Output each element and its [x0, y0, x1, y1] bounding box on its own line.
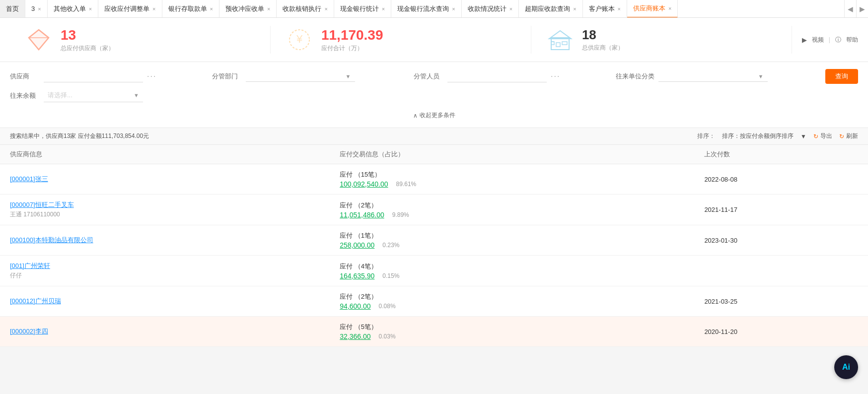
- supplier-input[interactable]: [44, 70, 143, 82]
- close-icon[interactable]: ×: [573, 6, 576, 12]
- th-payable-info: 应付交易信息（占比）: [330, 145, 694, 164]
- nav-tab-adjust[interactable]: 应收应付调整单 ×: [98, 0, 162, 18]
- nav-left-arrow[interactable]: ◀: [844, 0, 856, 18]
- nav-tab-collection-label: 收款核销执行: [283, 4, 321, 13]
- sort-select[interactable]: 排序：按应付余额倒序排序: [722, 132, 794, 140]
- collapse-label: 收起更多条件: [420, 111, 455, 120]
- supplier-link-2[interactable]: [000007]恒旺二手叉车: [10, 200, 320, 209]
- close-icon[interactable]: ×: [210, 6, 213, 12]
- nav-tab-3[interactable]: 3 ×: [25, 0, 48, 18]
- filter-category: 往来单位分类 ▼: [616, 71, 818, 82]
- sort-dropdown-icon[interactable]: ▼: [800, 133, 806, 140]
- nav-tab-cash-query[interactable]: 现金银行流水查询 ×: [391, 0, 461, 18]
- payable-amount-1[interactable]: 100,092,540.00: [340, 180, 388, 188]
- nav-tab-customer-ledger-label: 客户账本: [589, 4, 615, 13]
- supplier-filter-label: 供应商: [10, 72, 40, 81]
- export-button[interactable]: ↻ 导出: [813, 132, 832, 140]
- last-pay-date-2: 2021-11-17: [704, 206, 737, 213]
- svg-rect-10: [562, 42, 567, 45]
- payable-suppliers-label: 总应付供应商（家）: [61, 44, 114, 53]
- supplier-link-4[interactable]: [001]广州荣轩: [10, 262, 320, 270]
- nav-tab-cash-query-label: 现金银行流水查询: [397, 4, 449, 13]
- nav-right-arrow[interactable]: ▶: [856, 0, 868, 18]
- supplier-link-1[interactable]: [000001]张三: [10, 175, 320, 184]
- payable-label-6: 应付 （5笔）: [340, 323, 684, 331]
- close-icon[interactable]: ×: [509, 6, 512, 12]
- svg-text:¥: ¥: [296, 33, 303, 45]
- supplier-cell-4: [001]广州荣轩 仔仔: [0, 256, 330, 286]
- close-icon[interactable]: ×: [38, 6, 41, 12]
- payable-count-6: 应付 （5笔）: [340, 323, 377, 330]
- dept-filter-label: 分管部门: [212, 72, 242, 81]
- video-link[interactable]: 视频: [812, 36, 824, 44]
- help-link[interactable]: 帮助: [846, 36, 858, 44]
- payable-amount-row-5: 94,600.00 0.08%: [340, 302, 684, 310]
- payable-amount-3[interactable]: 258,000.00: [340, 241, 374, 249]
- filter-supplier: 供应商 ···: [10, 70, 212, 82]
- payable-count-2: 应付 （2笔）: [340, 201, 377, 209]
- payable-cell-3: 应付 （1笔） 258,000.00 0.23%: [330, 225, 694, 256]
- nav-tab-other-income[interactable]: 其他收入单 ×: [48, 0, 98, 18]
- close-icon[interactable]: ×: [382, 6, 385, 12]
- payable-amount-2[interactable]: 11,051,486.00: [340, 211, 384, 219]
- close-icon[interactable]: ×: [668, 5, 671, 11]
- query-button[interactable]: 查询: [825, 69, 858, 84]
- payable-label-5: 应付 （2笔）: [340, 292, 684, 301]
- payable-amount-6[interactable]: 32,366.00: [340, 332, 370, 340]
- nav-tab-receipt-stat[interactable]: 收款情况统计 ×: [462, 0, 519, 18]
- close-icon[interactable]: ×: [324, 6, 327, 12]
- nav-tab-supplier-ledger[interactable]: 供应商账本 ×: [627, 0, 678, 18]
- result-bar: 搜索结果中，供应商13家 应付金额111,703,854.00元 排序： 排序：…: [0, 128, 868, 145]
- nav-tab-prepay[interactable]: 预收冲应收单 ×: [219, 0, 277, 18]
- filter-area: 供应商 ··· 分管部门 ▼ 分管人员 ··· 往来单位分类 ▼ 查询: [0, 62, 868, 128]
- payable-amount-5[interactable]: 94,600.00: [340, 302, 370, 310]
- nav-scroll-arrows: ◀ ▶: [844, 0, 868, 18]
- balance-select[interactable]: 请选择... ▼: [44, 89, 143, 102]
- category-filter-label: 往来单位分类: [616, 72, 654, 81]
- last-pay-date-5: 2021-03-25: [704, 298, 737, 305]
- payable-amount-row-4: 164,635.90 0.15%: [340, 272, 684, 280]
- table-row: [001]广州荣轩 仔仔 应付 （4笔） 164,635.90 0.15%: [0, 256, 868, 286]
- nav-tab-home[interactable]: 首页: [0, 0, 25, 18]
- payable-label-4: 应付 （4笔）: [340, 262, 684, 271]
- supplier-link-3[interactable]: [000100]本特勤油品有限公司: [10, 236, 320, 245]
- supplier-link-5[interactable]: [000012]广州贝瑞: [10, 297, 320, 306]
- close-icon[interactable]: ×: [89, 6, 92, 12]
- close-icon[interactable]: ×: [452, 6, 455, 12]
- nav-tab-customer-ledger[interactable]: 客户账本 ×: [583, 0, 627, 18]
- person-input[interactable]: [447, 70, 547, 82]
- refresh-button[interactable]: ↻ 刷新: [839, 132, 858, 140]
- filter-dept: 分管部门 ▼: [212, 71, 414, 82]
- supplier-cell-5: [000012]广州贝瑞: [0, 286, 330, 317]
- nav-tab-bank-deposit[interactable]: 银行存取款单 ×: [162, 0, 219, 18]
- chevron-down-icon-2: ▼: [758, 73, 764, 79]
- dept-select[interactable]: ▼: [246, 71, 355, 82]
- close-icon[interactable]: ×: [152, 6, 155, 12]
- help-icon: ⓘ: [835, 36, 841, 44]
- nav-tab-collection[interactable]: 收款核销执行 ×: [277, 0, 334, 18]
- close-icon[interactable]: ×: [267, 6, 270, 12]
- payable-amount-row-1: 100,092,540.00 89.61%: [340, 180, 684, 188]
- last-pay-date-1: 2022-08-08: [704, 176, 737, 183]
- supplier-table: 供应商信息 应付交易信息（占比） 上次付数 [000001]张三 应付 （15笔…: [0, 145, 868, 347]
- close-icon[interactable]: ×: [618, 6, 621, 12]
- payable-cell-5: 应付 （2笔） 94,600.00 0.08%: [330, 286, 694, 317]
- category-select[interactable]: ▼: [658, 71, 768, 82]
- payable-cell-4: 应付 （4笔） 164,635.90 0.15%: [330, 256, 694, 286]
- balance-select-placeholder: 请选择...: [48, 91, 72, 100]
- supplier-link-6[interactable]: [000002]李四: [10, 327, 320, 336]
- person-dots-icon[interactable]: ···: [551, 72, 560, 81]
- nav-tab-cash-stat[interactable]: 现金银行统计 ×: [334, 0, 391, 18]
- collapse-button[interactable]: ∧ 收起更多条件: [413, 109, 455, 122]
- summary-bar: 13 总应付供应商（家） ¥ 11,170.39 应付合计（万）: [0, 18, 868, 62]
- lastpay-cell-5: 2021-03-25: [694, 286, 868, 317]
- payable-label-2: 应付 （2笔）: [340, 201, 684, 210]
- payable-count-1: 应付 （15笔）: [340, 171, 381, 178]
- nav-tab-bank-deposit-label: 银行存取款单: [168, 4, 207, 13]
- nav-tab-overdue[interactable]: 超期应收款查询 ×: [519, 0, 582, 18]
- payable-total-number: 11,170.39: [321, 27, 383, 44]
- supplier-dots-icon[interactable]: ···: [147, 72, 156, 81]
- top-right-links: ▶ 视频 | ⓘ 帮助: [802, 36, 858, 44]
- summary-card-total-suppliers: 18 总供应商（家）: [531, 26, 792, 54]
- payable-amount-4[interactable]: 164,635.90: [340, 272, 374, 280]
